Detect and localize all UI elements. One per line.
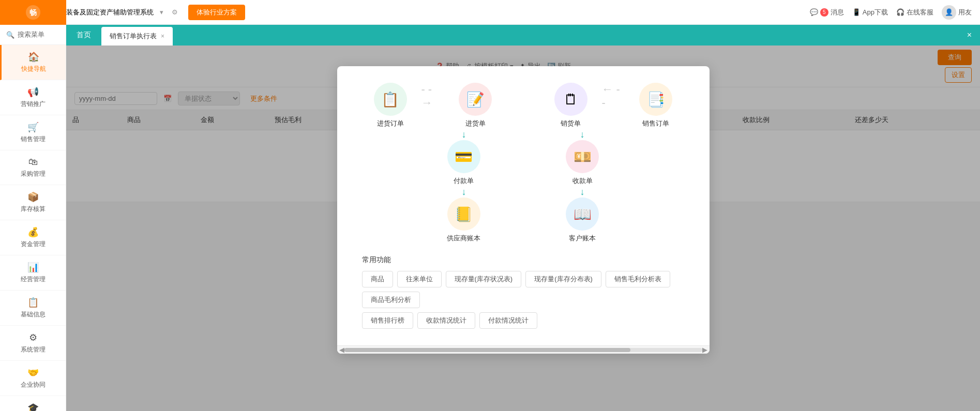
flow-node-sales-order[interactable]: 📑 销售订单: [627, 83, 685, 128]
sidebar-item-enterprise[interactable]: 🤝 企业协同: [0, 361, 66, 396]
sidebar-item-sys-mgmt[interactable]: ⚙ 系统管理: [0, 326, 66, 361]
sys-icon: ⚙: [29, 332, 37, 343]
customer-ledger-icon: 📖: [574, 206, 592, 223]
online-service-label: 在线客服: [907, 8, 933, 17]
func-btn-sales-rank[interactable]: 销售排行榜: [362, 312, 413, 329]
sales-bill-label: 销货单: [561, 119, 581, 128]
flow-row-r1: 🗒 销货单 ← - - 📑: [542, 83, 685, 128]
arrow-down-sales: ↓: [580, 129, 585, 140]
func-btn-goods[interactable]: 商品: [362, 271, 393, 287]
trial-button[interactable]: 体验行业方案: [188, 5, 245, 20]
flow-node-purchase-bill[interactable]: 📝 进货单: [447, 83, 504, 128]
main-content: ❓ 帮助 🖨 按模板打印 ▾ ⬆ 导出 🔄: [66, 45, 980, 411]
scroll-left-icon[interactable]: ◀: [339, 346, 344, 354]
user-item[interactable]: 👤 用友: [942, 5, 972, 20]
func-buttons-row-2: 销售排行榜 收款情况统计 付款情况统计: [362, 312, 685, 329]
newcomer-icon: 🎓: [27, 402, 39, 411]
func-btn-stock-dist[interactable]: 现存量(库存分布表): [525, 271, 601, 287]
message-icon: 💬: [810, 8, 818, 16]
sales-bill-circle: 🗒: [554, 83, 587, 116]
sales-order-icon: 📑: [647, 91, 665, 108]
receipt-bill-label: 收款单: [572, 176, 593, 186]
flow-col-right: 🗒 销货单 ← - - 📑: [542, 83, 685, 243]
app-container: 畅 装备及固定资产辅助管理系统 ▾ ⚙ 体验行业方案 💬 5 消息 📱 App下…: [0, 0, 980, 411]
sales-order-circle: 📑: [639, 83, 672, 116]
close-all-tabs-button[interactable]: ×: [967, 31, 980, 40]
sidebar-item-label: 库存核算: [21, 205, 46, 214]
headset-icon: 🎧: [896, 8, 904, 16]
system-dropdown-icon[interactable]: ▾: [160, 8, 163, 16]
scroll-right-icon[interactable]: ▶: [702, 346, 707, 354]
flow-node-payment-bill[interactable]: 💳 付款单: [433, 140, 495, 186]
online-service-item[interactable]: 🎧 在线客服: [896, 8, 933, 17]
payment-bill-circle: 💳: [447, 140, 480, 173]
tab-bar: 首页 销售订单执行表 × ×: [66, 25, 980, 45]
ops-icon: 📊: [27, 262, 39, 273]
search-icon: 🔍: [6, 31, 14, 39]
sidebar-item-label: 企业协同: [21, 380, 46, 389]
sidebar-item-label: 营销推广: [21, 100, 46, 109]
tab-close-icon[interactable]: ×: [161, 33, 164, 40]
payment-bill-label: 付款单: [454, 176, 474, 186]
common-functions-section: 常用功能 商品 往来单位 现存量(库存状况表) 现存量(库存分布表) 销售毛利分…: [362, 255, 685, 329]
purchase-bill-circle: 📝: [459, 83, 492, 116]
message-item[interactable]: 💬 5 消息: [810, 8, 844, 17]
marketing-icon: 📢: [27, 86, 39, 98]
flow-node-customer-ledger[interactable]: 📖 客户账本: [551, 197, 613, 243]
system-name-text: 装备及固定资产辅助管理系统: [66, 8, 154, 17]
tab-home[interactable]: 首页: [66, 25, 101, 45]
sidebar-item-ops-mgmt[interactable]: 📊 经营管理: [0, 255, 66, 291]
flow-node-purchase-order[interactable]: 📋 进货订单: [362, 83, 419, 128]
func-btn-counterpart[interactable]: 往来单位: [397, 271, 442, 287]
svg-text:畅: 畅: [29, 8, 37, 17]
tab-sales-order-exec[interactable]: 销售订单执行表 ×: [101, 27, 173, 45]
sidebar-item-label: 销售管理: [21, 135, 46, 144]
sidebar-item-newcomer[interactable]: 🎓 新手引导: [0, 396, 66, 411]
sidebar-item-finance[interactable]: 💰 资金管理: [0, 220, 66, 255]
enterprise-icon: 🤝: [27, 367, 39, 378]
app-download-item[interactable]: 📱 App下载: [852, 8, 888, 17]
purchase-bill-icon: 📝: [466, 91, 485, 108]
func-btn-payment-stat[interactable]: 付款情况统计: [479, 312, 537, 329]
sidebar-item-basic-info[interactable]: 📋 基础信息: [0, 291, 66, 326]
func-btn-receipt-stat[interactable]: 收款情况统计: [417, 312, 475, 329]
sidebar-item-label: 快捷导航: [21, 65, 46, 73]
customer-ledger-label: 客户账本: [569, 234, 596, 243]
sidebar-item-marketing[interactable]: 📢 营销推广: [0, 80, 66, 115]
sidebar-item-inventory[interactable]: 📦 库存核算: [0, 185, 66, 220]
func-btn-goods-margin[interactable]: 商品毛利分析: [362, 292, 420, 308]
sidebar-search[interactable]: 🔍 搜索菜单: [0, 25, 66, 45]
sales-order-label: 销售订单: [642, 119, 669, 128]
quick-nav-modal: 📋 进货订单 - - → 📝: [337, 66, 710, 354]
customer-ledger-circle: 📖: [566, 197, 599, 231]
func-btn-stock-status[interactable]: 现存量(库存状况表): [446, 271, 522, 287]
func-buttons-row-1: 商品 往来单位 现存量(库存状况表) 现存量(库存分布表) 销售毛利分析表 商品…: [362, 271, 685, 308]
purchase-order-icon: 📋: [381, 91, 399, 108]
settings-gear-icon[interactable]: ⚙: [172, 8, 178, 16]
flow-node-supplier-ledger[interactable]: 📒 供应商账本: [433, 197, 495, 243]
common-funcs-title: 常用功能: [362, 255, 685, 265]
avatar: 👤: [942, 5, 956, 20]
modal-scroll-bar[interactable]: ◀ ▶: [337, 345, 710, 354]
avatar-icon: 👤: [945, 8, 953, 16]
search-label: 搜索菜单: [18, 30, 44, 39]
sidebar-item-sales-mgmt[interactable]: 🛒 销售管理: [0, 115, 66, 150]
scroll-track[interactable]: [344, 348, 702, 352]
func-btn-sales-margin[interactable]: 销售毛利分析表: [606, 271, 670, 287]
arrow-left-1: ← - -: [599, 83, 627, 110]
arrow-down-purchase: ↓: [461, 129, 466, 140]
flow-row-r3: 📖 客户账本: [551, 197, 613, 243]
arrow-down-payment: ↓: [461, 187, 466, 197]
user-label: 用友: [958, 8, 972, 17]
modal-overlay[interactable]: 📋 进货订单 - - → 📝: [66, 45, 980, 411]
sidebar-item-purchase-mgmt[interactable]: 🛍 采购管理: [0, 150, 66, 185]
basic-info-icon: 📋: [27, 297, 39, 308]
flow-node-receipt-bill[interactable]: 💴 收款单: [551, 140, 613, 186]
arrow-down-receipt: ↓: [580, 187, 585, 197]
main-area: 🔍 搜索菜单 🏠 快捷导航 📢 营销推广 🛒 销售管理 🛍 采购管理 📦: [0, 25, 980, 411]
sales-bill-icon: 🗒: [564, 91, 578, 108]
sidebar-item-quick-nav[interactable]: 🏠 快捷导航: [0, 45, 66, 80]
phone-icon: 📱: [852, 8, 861, 16]
modal-content: 📋 进货订单 - - → 📝: [337, 66, 710, 341]
flow-node-sales-bill[interactable]: 🗒 销货单: [542, 83, 600, 128]
